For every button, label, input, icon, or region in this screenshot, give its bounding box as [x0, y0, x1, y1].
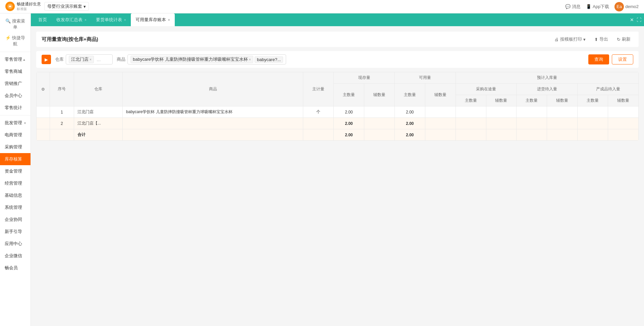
- row2-production-sub: [608, 118, 639, 129]
- table-wrapper: ⚙ 序号 仓库 商品 主计量 现存量 可用量 预计入库量 主数量 辅数量: [36, 72, 639, 141]
- sidebar-item-operation[interactable]: 经营管理: [0, 177, 31, 189]
- warehouse-tag-close[interactable]: ×: [90, 58, 92, 61]
- search-menu-btn[interactable]: 🔍 搜索菜单: [2, 16, 29, 32]
- user-btn[interactable]: Ea demo2: [614, 2, 639, 11]
- export-btn[interactable]: ⬆ 导出: [592, 35, 611, 44]
- th-settings[interactable]: ⚙: [37, 72, 50, 106]
- sidebar-item-wechat[interactable]: 企业微信: [0, 250, 31, 262]
- th-no: 序号: [50, 72, 74, 106]
- warehouse-more-btn[interactable]: …: [95, 57, 102, 62]
- th-production-sub: 辅数量: [608, 95, 639, 106]
- footer-production-sub: [608, 129, 639, 141]
- sidebar-item-ecom[interactable]: 电商管理: [0, 129, 31, 141]
- filter-toggle-btn[interactable]: ▶: [42, 55, 51, 64]
- message-btn[interactable]: 💬 消息: [565, 4, 581, 10]
- product-tag-1-close[interactable]: ×: [249, 58, 251, 61]
- tab-bar: 首页 收发存汇总表 × 要货单统计表 × 可用量库存账本 × ✕ ⛶: [31, 13, 644, 26]
- sidebar-item-label: 批发管理: [5, 120, 24, 126]
- page-header: 可用量查询(按仓库+商品) 🖨 按模板打印 ▾ ⬆ 导出 ↻ 刷新: [36, 32, 639, 47]
- tab-close-receive[interactable]: ×: [85, 18, 87, 22]
- row1-no: 1: [50, 106, 74, 118]
- print-label: 按模板打印: [560, 36, 582, 42]
- sidebar-item-label: 基础信息: [5, 192, 26, 198]
- sidebar-item-newbie[interactable]: 新手引导: [0, 226, 31, 238]
- warehouse-filter-tags[interactable]: 江北门店 × …: [66, 54, 113, 64]
- row1-production-main: [578, 106, 608, 118]
- tab-receive[interactable]: 收发存汇总表 ×: [52, 13, 91, 26]
- footer-stock-sub: [364, 129, 395, 141]
- product-filter-tags[interactable]: babycare学饮杯 儿童防摔防撞吸管杯重力球吸嘴杯宝宝水杯 × babyca…: [127, 54, 286, 64]
- sidebar-item-inventory[interactable]: 库存核算: [0, 153, 31, 165]
- sidebar-item-label: 系统管理: [5, 204, 26, 211]
- tab-available-inventory[interactable]: 可用量库存账本 ×: [131, 13, 175, 26]
- maximize-icon[interactable]: ⛶: [637, 17, 641, 22]
- row1-production-sub: [608, 106, 639, 118]
- sidebar-item-label: 企业协同: [5, 217, 26, 223]
- sidebar-item-batch[interactable]: 批发管理 ▾: [0, 117, 31, 129]
- sidebar-item-appstore[interactable]: 应用中心: [0, 238, 31, 250]
- quick-nav-label: 快捷导航: [12, 35, 25, 46]
- message-label: 消息: [572, 4, 581, 10]
- logo-icon: [5, 2, 15, 11]
- row2-production-main: [578, 118, 608, 129]
- row1-stock-sub: [364, 106, 395, 118]
- sidebar-item-zero-shop[interactable]: 零售商城: [0, 65, 31, 78]
- sidebar-item-label: 资金管理: [5, 168, 26, 174]
- th-incoming-pending: 进货待入量: [517, 84, 578, 95]
- close-window-icon[interactable]: ✕: [630, 17, 634, 22]
- product-filter-label: 商品: [117, 56, 125, 62]
- row2-available-main: 2.00: [394, 118, 425, 129]
- footer-purchase-main: [455, 129, 486, 141]
- footer-label: 合计: [74, 129, 122, 141]
- refresh-btn[interactable]: ↻ 刷新: [614, 35, 633, 44]
- app-download-btn[interactable]: 📱 App下载: [586, 4, 609, 10]
- sidebar-item-zero-stat[interactable]: 零售统计: [0, 102, 31, 114]
- th-available-sub: 辅数量: [425, 84, 455, 106]
- footer-available-main: 2.00: [394, 129, 425, 141]
- sidebar-item-label: 库存核算: [5, 156, 26, 162]
- row1-main-unit: 个: [303, 106, 334, 118]
- sidebar-item-purchase[interactable]: 采购管理: [0, 141, 31, 153]
- page-title: 可用量查询(按仓库+商品): [42, 36, 98, 43]
- print-btn[interactable]: 🖨 按模板打印 ▾: [552, 35, 588, 44]
- set-button[interactable]: 设置: [612, 54, 633, 64]
- query-button[interactable]: 查询: [588, 54, 609, 64]
- tab-close-available-inventory[interactable]: ×: [168, 18, 170, 22]
- sidebar-item-member[interactable]: 会员中心: [0, 90, 31, 102]
- row2-available-sub: [425, 118, 455, 129]
- row2-incoming-main: [517, 118, 547, 129]
- footer-available-sub: [425, 129, 455, 141]
- content-area: 首页 收发存汇总表 × 要货单统计表 × 可用量库存账本 × ✕ ⛶: [31, 13, 644, 326]
- top-bar: 畅捷通好生意 标准版 母婴行业演示账套 ▾ 💬 消息 📱 App下载 Ea de…: [0, 0, 644, 13]
- sidebar-item-marketing[interactable]: 营销推广: [0, 78, 31, 90]
- quick-nav-btn[interactable]: ⚡ 快捷导航: [2, 33, 29, 49]
- tab-home-label: 首页: [38, 17, 47, 23]
- sidebar-item-label: 会员中心: [5, 93, 26, 99]
- table-row: 2 江北门店【... 2.00 2.00: [37, 118, 639, 129]
- industry-selector[interactable]: 母婴行业演示账套 ▾: [44, 2, 89, 11]
- th-product: 商品: [122, 72, 303, 106]
- row1-purchase-main: [455, 106, 486, 118]
- tab-close-order-stat[interactable]: ×: [124, 18, 126, 22]
- row2-incoming-sub: [547, 118, 578, 129]
- row1-incoming-main: [517, 106, 547, 118]
- print-icon: 🖨: [554, 37, 559, 42]
- footer-row: 合计 2.00 2.00: [37, 129, 639, 141]
- export-icon: ⬆: [594, 37, 598, 42]
- tab-order-stat[interactable]: 要货单统计表 ×: [91, 13, 131, 26]
- sidebar-item-zero-retail[interactable]: 零售管理 ▲: [0, 53, 31, 65]
- product-tag-1-text: babycare学饮杯 儿童防摔防撞吸管杯重力球吸嘴杯宝宝水杯: [133, 56, 248, 62]
- tab-home[interactable]: 首页: [34, 13, 52, 26]
- sidebar-item-system[interactable]: 系统管理: [0, 201, 31, 214]
- dropdown-icon: ▾: [84, 4, 86, 9]
- sidebar-item-member2[interactable]: 畅会员: [0, 262, 31, 274]
- row1-warehouse: 江北门店: [74, 106, 122, 118]
- sidebar-item-finance[interactable]: 资金管理: [0, 165, 31, 177]
- th-incoming-sub: 辅数量: [547, 95, 578, 106]
- sidebar-item-label: 畅会员: [5, 265, 26, 271]
- th-stock-main: 主数量: [334, 84, 364, 106]
- sidebar-item-basic[interactable]: 基础信息: [0, 189, 31, 201]
- th-incoming-main: 主数量: [517, 95, 547, 106]
- sidebar-item-label: 零售商城: [5, 68, 26, 75]
- sidebar-item-enterprise[interactable]: 企业协同: [0, 214, 31, 226]
